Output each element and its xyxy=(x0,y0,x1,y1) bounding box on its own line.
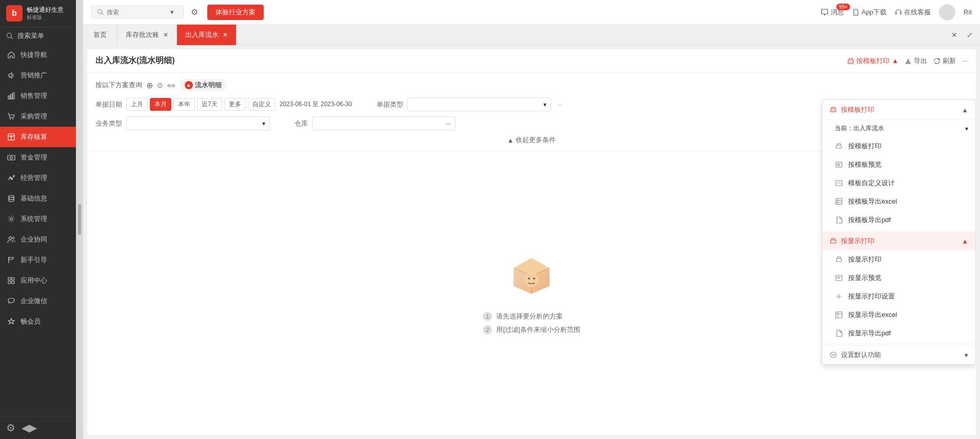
sidebar-item-purchase[interactable]: 采购管理 xyxy=(0,106,76,127)
window-maximize-btn[interactable]: ⤢ xyxy=(964,29,976,41)
filter-settings-btn[interactable]: ⊙ xyxy=(157,81,163,89)
dp-item-template-excel[interactable]: 按模板导出excel xyxy=(822,192,975,211)
biz-type-label: 业务类型 xyxy=(95,119,122,128)
svg-rect-30 xyxy=(900,12,902,14)
main-content: ▾ ⚙ 体验行业方案 消息 99+ App下载 xyxy=(83,0,980,439)
collapse-sidebar-btn[interactable]: ◀▶ xyxy=(22,422,37,434)
topbar-message-btn[interactable]: 消息 99+ xyxy=(820,8,844,17)
more-actions-btn[interactable]: ··· xyxy=(962,57,968,65)
search-icon xyxy=(6,32,13,39)
refresh-btn[interactable]: 刷新 xyxy=(933,56,956,66)
sidebar-item-system[interactable]: 系统管理 xyxy=(0,209,76,229)
sidebar-search[interactable]: 搜索菜单 xyxy=(0,27,76,45)
dp-item-display-excel[interactable]: 按显示导出excel xyxy=(822,306,975,324)
topbar-search-dropdown[interactable]: ▾ xyxy=(170,8,174,16)
dp-divider xyxy=(822,230,975,231)
sidebar-item-marketing[interactable]: 营销推广 xyxy=(0,65,76,86)
svg-point-39 xyxy=(528,277,530,280)
tab-batch-account[interactable]: 库存批次账 ✕ xyxy=(117,25,177,45)
sidebar: b 畅捷通好生意 标准版 搜索菜单 快捷导航 xyxy=(0,0,76,439)
sidebar-item-sales[interactable]: 销售管理 xyxy=(0,86,76,106)
svg-rect-48 xyxy=(836,181,842,186)
biz-type-select[interactable]: ▾ xyxy=(126,116,270,130)
filter-collapse-btn[interactable]: «» xyxy=(167,81,175,89)
sidebar-item-inventory[interactable]: 库存核算 xyxy=(0,127,76,147)
date-field: 单据日期 上月 本月 本年 近7天 更多 自定义 2023-06-01 至 20… xyxy=(95,98,352,111)
logo-text: 畅捷通好生意 标准版 xyxy=(27,6,64,22)
svg-rect-59 xyxy=(836,312,842,318)
svg-rect-27 xyxy=(854,9,858,15)
printer-icon xyxy=(847,57,854,65)
dp-current-selection[interactable]: 当前：出入库流水 ▾ xyxy=(822,120,975,137)
filter-label: 按以下方案查询 xyxy=(95,81,142,90)
topbar-right: 消息 99+ App下载 在线客服 xyxy=(820,4,972,21)
dp-item-display-print-settings[interactable]: 按显示打印设置 xyxy=(822,287,975,306)
dp-printer-icon xyxy=(830,106,837,113)
dp-item-template-pdf[interactable]: 按模板导出pdf xyxy=(822,211,975,229)
money-icon xyxy=(7,153,15,162)
doc-type-more-btn[interactable]: ··· xyxy=(557,101,563,108)
sidebar-item-operation[interactable]: 经营管理 xyxy=(0,168,76,188)
flag-icon xyxy=(7,256,15,264)
date-btn-this-month[interactable]: 本月 xyxy=(150,98,171,111)
svg-line-1 xyxy=(11,37,13,39)
sidebar-item-wechat[interactable]: 企业微信 xyxy=(0,291,76,311)
dp-item-display-preview[interactable]: 按显示预览 xyxy=(822,269,975,287)
sidebar-item-finance[interactable]: 资金管理 xyxy=(0,147,76,168)
warehouse-label: 仓库 xyxy=(295,119,308,128)
username-label[interactable]: Rit xyxy=(964,8,972,16)
dp-footer-default-fn[interactable]: 设置默认功能 ▾ xyxy=(822,345,975,364)
tab-inout-flow[interactable]: 出入库流水 ✕ xyxy=(177,25,237,45)
dp-item-display-pdf[interactable]: 按显示导出pdf xyxy=(822,324,975,343)
doc-type-field: 单据类型 ▾ ··· xyxy=(377,97,563,111)
dp-display-print-icon xyxy=(835,255,843,264)
topbar-online-service-btn[interactable]: 在线客服 xyxy=(895,8,931,17)
industry-solution-btn[interactable]: 体验行业方案 xyxy=(207,5,264,20)
tab-home[interactable]: 首页 xyxy=(83,25,117,45)
export-btn[interactable]: 导出 xyxy=(905,56,927,66)
sidebar-item-guide[interactable]: 新手引导 xyxy=(0,250,76,270)
topbar-gear-icon[interactable]: ⚙ xyxy=(191,7,198,17)
dp-default-fn-icon xyxy=(830,351,837,358)
filter-add-btn[interactable]: ⊕ xyxy=(146,81,153,90)
date-btn-more[interactable]: 更多 xyxy=(224,98,246,111)
date-btn-last7[interactable]: 近7天 xyxy=(197,98,222,111)
sidebar-item-appcenter[interactable]: 应用中心 xyxy=(0,270,76,291)
topbar-search-input[interactable] xyxy=(107,9,168,16)
svg-rect-24 xyxy=(12,281,14,284)
settings-bottom-btn[interactable]: ⚙ xyxy=(6,422,15,434)
dp-item-display-print[interactable]: 按显示打印 xyxy=(822,250,975,269)
date-btn-last-month[interactable]: 上月 xyxy=(126,98,148,111)
sidebar-item-basic[interactable]: 基础信息 xyxy=(0,188,76,209)
svg-rect-11 xyxy=(8,155,15,160)
dp-display-section-title: 按显示打印 xyxy=(830,236,874,246)
topbar-search-box[interactable]: ▾ xyxy=(91,6,184,18)
empty-steps: 1 请先选择要分析的方案 2 用[过滤]条件来缩小分析范围 xyxy=(483,310,580,336)
print-template-btn[interactable]: 按模板打印 ▲ xyxy=(847,56,898,66)
sidebar-item-quick-nav[interactable]: 快捷导航 xyxy=(0,45,76,65)
sidebar-scrollbar[interactable] xyxy=(76,0,83,439)
megaphone-icon xyxy=(7,71,15,79)
sidebar-item-member[interactable]: 畅会员 xyxy=(0,311,76,332)
svg-point-58 xyxy=(838,295,840,297)
date-btn-this-year[interactable]: 本年 xyxy=(173,98,195,111)
topbar-app-download-btn[interactable]: App下载 xyxy=(852,8,887,17)
doc-type-select[interactable]: ▾ xyxy=(407,97,551,111)
dp-item-template-design[interactable]: 模板自定义设计 xyxy=(822,174,975,192)
dp-item-template-print[interactable]: 按模板打印 xyxy=(822,137,975,155)
date-btn-custom[interactable]: 自定义 xyxy=(248,98,276,111)
window-close-btn[interactable]: ✕ xyxy=(948,29,961,41)
dp-header-arrow[interactable]: ▲ xyxy=(962,106,968,114)
tab-inout-flow-close[interactable]: ✕ xyxy=(223,31,228,38)
svg-point-16 xyxy=(9,195,14,197)
page-actions: 按模板打印 ▲ 导出 xyxy=(847,56,968,66)
svg-point-62 xyxy=(831,352,836,358)
user-avatar[interactable] xyxy=(939,4,955,21)
dp-item-template-preview[interactable]: 按模板预览 xyxy=(822,155,975,174)
message-icon xyxy=(820,8,829,16)
dp-display-section-header[interactable]: 按显示打印 ▲ xyxy=(822,232,975,250)
svg-rect-42 xyxy=(832,110,835,111)
tab-batch-account-close[interactable]: ✕ xyxy=(163,31,168,38)
warehouse-select[interactable]: ··· xyxy=(312,116,456,130)
sidebar-item-collab[interactable]: 企业协同 xyxy=(0,229,76,250)
